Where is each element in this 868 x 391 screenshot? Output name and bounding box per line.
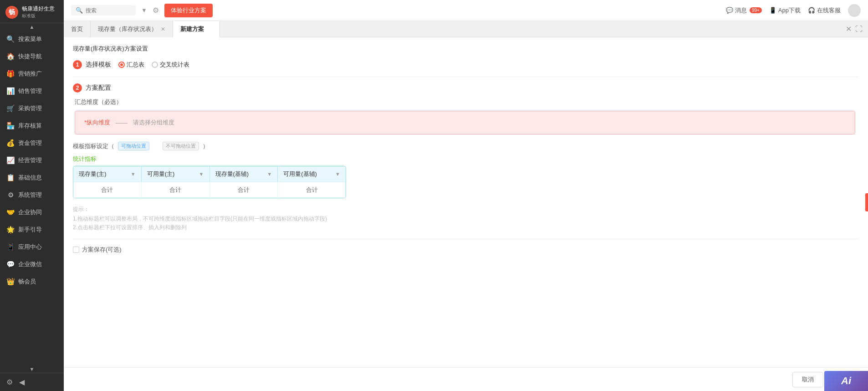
topbar-search-box[interactable]: 🔍: [71, 5, 136, 15]
topbar-search-input[interactable]: [86, 7, 131, 14]
sidebar-item-search[interactable]: 🔍 搜索菜单: [0, 31, 64, 48]
sidebar-item-label: 新手引导: [18, 226, 42, 234]
topbar-dropdown-arrow[interactable]: ▼: [141, 7, 147, 14]
step1-section: 1 选择模板 汇总表 交叉统计表: [73, 60, 859, 69]
tab-inventory-close[interactable]: ✕: [161, 26, 165, 32]
save-checkbox[interactable]: [73, 247, 79, 253]
tips-item-1: 1.拖动标题栏可以调整布局，不可跨维度或指标区域拖动栏目字段(只能在同一维度或指…: [73, 215, 859, 223]
stats-col-4[interactable]: 可用量(基辅) ▼: [278, 166, 346, 182]
topbar: 🔍 ▼ ⚙ 体验行业方案 💬 消息 99+ 📱 App下载 🎧 在线客服: [64, 0, 868, 21]
stats-col-3[interactable]: 现存量(基辅) ▼: [210, 166, 278, 182]
stats-col-1-label: 现存量(主): [79, 170, 107, 178]
sidebar-item-sales[interactable]: 📊 销售管理: [0, 82, 64, 100]
window-close-button[interactable]: ✕: [846, 25, 852, 33]
inventory-icon: 🏪: [6, 122, 15, 130]
newbie-icon: 🌟: [6, 226, 15, 234]
home-icon: 🏠: [6, 52, 15, 61]
radio-cross-label: 交叉统计表: [160, 61, 189, 69]
user-avatar[interactable]: [848, 4, 861, 17]
stats-cell-4: 合计: [278, 182, 346, 198]
sidebar-item-label: 资金管理: [18, 139, 42, 147]
tab-new-plan[interactable]: 新建方案 ✕: [173, 21, 220, 37]
dimension-placeholder: 请选择分组维度: [133, 118, 174, 127]
sidebar-item-label: 搜索菜单: [18, 35, 42, 43]
sidebar-item-newbie[interactable]: 🌟 新手引导: [0, 221, 64, 238]
step1-header: 1 选择模板 汇总表 交叉统计表: [73, 60, 859, 69]
sidebar-item-cooperation[interactable]: 🤝 企业协同: [0, 204, 64, 221]
mobile-icon: 📱: [769, 7, 776, 14]
sales-icon: 📊: [6, 87, 15, 95]
purchase-icon: 🛒: [6, 104, 15, 113]
operation-icon: 📈: [6, 156, 15, 165]
footer: 取消 查询: [64, 367, 868, 391]
stats-section-label: 统计指标: [73, 155, 859, 163]
ai-label: Ai: [841, 375, 851, 387]
dimension-dash: ——: [116, 119, 128, 126]
sidebar-item-label: 采购管理: [18, 104, 42, 113]
drag-position-tag: 可拖动位置: [118, 142, 149, 150]
gift-icon: 🎁: [6, 70, 15, 78]
tips-item-2-text: 2.点击标题栏下拉可设置排序、插入列和删除列: [73, 224, 187, 231]
right-scroll-indicator: [865, 193, 868, 211]
tab-inventory-label: 现存量（库存状况表）: [98, 25, 157, 33]
sidebar-item-apps[interactable]: 📱 应用中心: [0, 238, 64, 256]
scroll-up-arrow[interactable]: ▲: [0, 23, 64, 31]
apps-icon: 📱: [6, 243, 15, 251]
app-download-button[interactable]: 📱 App下载: [769, 6, 801, 15]
cooperation-icon: 🤝: [6, 208, 15, 216]
page-title: 现存量(库存状况表)方案设置: [73, 45, 859, 53]
stats-col-2[interactable]: 可用量(主) ▼: [142, 166, 210, 182]
tips-section: 提示： 1.拖动标题栏可以调整布局，不可跨维度或指标区域拖动栏目字段(只能在同一…: [73, 206, 859, 232]
collapse-icon[interactable]: ◀: [19, 378, 25, 386]
online-service-button[interactable]: 🎧 在线客服: [808, 6, 841, 15]
dimension-required-mark: *纵向维度: [84, 118, 110, 127]
dimension-selector[interactable]: *纵向维度 —— 请选择分组维度: [75, 111, 855, 134]
stats-col-3-chevron: ▼: [267, 171, 272, 177]
sidebar-item-wechat[interactable]: 💬 企业微信: [0, 256, 64, 273]
settings-bottom-icon[interactable]: ⚙: [6, 378, 13, 386]
template-label-text: 模板指标设定（: [73, 142, 114, 150]
sidebar-item-member[interactable]: 👑 畅会员: [0, 273, 64, 290]
logo-icon: 畅: [5, 6, 18, 19]
template-radio-group: 汇总表 交叉统计表: [118, 61, 189, 69]
stats-col-4-chevron: ▼: [335, 171, 340, 177]
trial-plan-button[interactable]: 体验行业方案: [164, 4, 213, 17]
stats-col-2-chevron: ▼: [199, 171, 204, 177]
sidebar-item-basic[interactable]: 📋 基础信息: [0, 169, 64, 186]
radio-cross[interactable]: 交叉统计表: [152, 61, 189, 69]
tab-home[interactable]: 首页: [64, 21, 91, 37]
ai-badge[interactable]: Ai: [824, 371, 868, 391]
tab-inventory[interactable]: 现存量（库存状况表） ✕: [91, 21, 173, 37]
save-option[interactable]: 方案保存(可选): [73, 246, 859, 254]
stats-cell-3: 合计: [210, 182, 278, 198]
sidebar-item-system[interactable]: ⚙ 系统管理: [0, 186, 64, 204]
stats-col-4-label: 可用量(基辅): [283, 170, 317, 178]
radio-cross-dot: [152, 62, 158, 68]
topbar-search-icon: 🔍: [76, 7, 83, 14]
radio-summary[interactable]: 汇总表: [118, 61, 144, 69]
headset-icon: 🎧: [808, 7, 815, 14]
sidebar-item-purchase[interactable]: 🛒 采购管理: [0, 100, 64, 117]
sidebar-item-inventory[interactable]: 🏪 库存核算: [0, 117, 64, 134]
stats-col-3-label: 现存量(基辅): [215, 170, 249, 178]
scroll-down-arrow[interactable]: ▼: [0, 365, 64, 373]
sidebar-item-label: 销售管理: [18, 87, 42, 95]
nodrag-position-tag: 不可拖动位置: [163, 142, 199, 150]
sidebar-item-quick-nav[interactable]: 🏠 快捷导航: [0, 48, 64, 65]
topbar-settings-icon[interactable]: ⚙: [153, 6, 159, 15]
sidebar-item-label: 营销推广: [18, 70, 42, 78]
stats-col-1-chevron: ▼: [131, 171, 136, 177]
step2-title: 方案配置: [86, 84, 111, 92]
window-expand-button[interactable]: ⛶: [855, 25, 863, 33]
sidebar-item-finance[interactable]: 💰 资金管理: [0, 134, 64, 152]
cancel-button[interactable]: 取消: [792, 372, 823, 387]
stats-col-1[interactable]: 现存量(主) ▼: [73, 166, 142, 182]
sidebar-item-label: 基础信息: [18, 174, 42, 182]
wechat-icon: 💬: [6, 260, 15, 268]
step2-badge: 2: [73, 83, 82, 93]
app-edition: 标准版: [22, 13, 55, 19]
sidebar-item-operation[interactable]: 📈 经营管理: [0, 152, 64, 169]
sidebar-item-marketing[interactable]: 🎁 营销推广: [0, 65, 64, 82]
tab-new-plan-close[interactable]: ✕: [208, 26, 212, 32]
messages-button[interactable]: 💬 消息 99+: [726, 6, 762, 15]
